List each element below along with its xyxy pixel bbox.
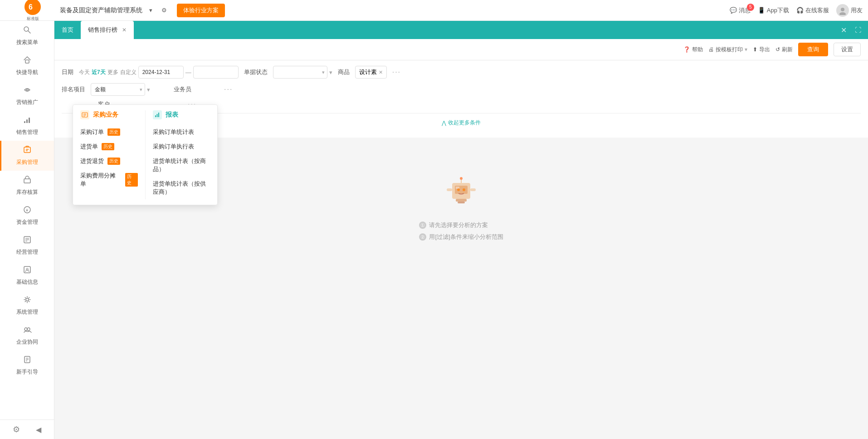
- sidebar-label-finance: 资金管理: [16, 218, 38, 226]
- dropdown-item-purchase-order[interactable]: 采购订单 历史: [80, 125, 138, 139]
- sidebar-item-finance[interactable]: ¥ 资金管理: [0, 201, 54, 231]
- sidebar-item-search[interactable]: 搜索菜单: [0, 21, 54, 51]
- dropdown-item-purchase-receipt[interactable]: 进货单 历史: [80, 139, 138, 154]
- system-icon: [23, 295, 32, 306]
- sidebar: 搜索菜单 快捷导航 营销推广 销售管理 采购管理: [0, 21, 54, 439]
- app-download-btn[interactable]: 📱 App下载: [758, 6, 789, 15]
- messages-btn[interactable]: 💬 消息 5: [730, 6, 751, 15]
- sidebar-item-basic-info[interactable]: 基础信息: [0, 261, 54, 291]
- message-badge: 5: [747, 4, 754, 11]
- svg-point-1: [841, 8, 844, 11]
- tab-home-label: 首页: [62, 26, 73, 34]
- header-settings-icon[interactable]: ⚙: [159, 5, 170, 16]
- logo-subtext: 标准版: [27, 16, 39, 22]
- sidebar-label-inventory: 库存核算: [16, 188, 38, 196]
- dropdown-col-purchase: 采购业务 采购订单 历史 进货单 历史 进货退货 历史 采购费用分摊单 历史: [73, 110, 145, 199]
- sidebar-label-quick-nav: 快捷导航: [16, 69, 38, 76]
- dropdown-item-receipt-by-supplier[interactable]: 进货单统计表（按供应商）: [153, 177, 210, 199]
- print-dropdown-icon[interactable]: ▾: [745, 46, 747, 53]
- query-button[interactable]: 查询: [798, 43, 828, 56]
- empty-tip-1: ① 请先选择要分析的方案: [419, 219, 503, 231]
- svg-rect-36: [456, 199, 467, 202]
- rank-select[interactable]: 金额: [91, 83, 145, 96]
- svg-rect-37: [458, 202, 465, 203]
- sidebar-item-purchase[interactable]: 采购管理: [0, 141, 54, 171]
- history-badge-1: 历史: [102, 143, 114, 150]
- phone-icon: 📱: [758, 7, 765, 14]
- dropdown-item-po-stat[interactable]: 采购订单统计表: [153, 125, 210, 139]
- sidebar-collapse-icon[interactable]: ◀: [36, 425, 41, 434]
- sidebar-item-marketing[interactable]: 营销推广: [0, 81, 54, 111]
- salesperson-filter-more[interactable]: ···: [224, 85, 233, 94]
- svg-point-33: [460, 177, 463, 180]
- settings-button[interactable]: 设置: [834, 43, 861, 56]
- inventory-icon: [23, 175, 32, 187]
- goods-tag-close-icon[interactable]: ✕: [379, 69, 383, 75]
- purchase-dropdown-menu: 采购业务 采购订单 历史 进货单 历史 进货退货 历史 采购费用分摊单 历史: [73, 104, 218, 205]
- dropdown-item-purchase-expense[interactable]: 采购费用分摊单 历史: [80, 168, 138, 191]
- voucher-status-dropdown-icon: ▾: [329, 69, 332, 76]
- sidebar-item-operations[interactable]: 经营管理: [0, 231, 54, 261]
- tab-home[interactable]: 首页: [54, 21, 81, 39]
- goods-tag-filter[interactable]: 设计素 ✕: [355, 66, 387, 79]
- headset-icon: 🎧: [796, 7, 804, 14]
- title-dropdown-icon[interactable]: ▾: [146, 6, 155, 15]
- tab-expand-icon[interactable]: ⛶: [852, 24, 864, 36]
- svg-rect-35: [470, 188, 476, 191]
- date-to-input[interactable]: [193, 66, 239, 79]
- sidebar-label-search: 搜索菜单: [16, 39, 38, 46]
- sidebar-settings-icon[interactable]: ⚙: [13, 424, 20, 434]
- date-separator: —: [185, 69, 191, 76]
- print-btn[interactable]: 🖨 按模板打印 ▾: [708, 46, 747, 54]
- dropdown-item-receipt-by-goods[interactable]: 进货单统计表（按商品）: [153, 154, 210, 177]
- help-icon: ❓: [683, 46, 690, 53]
- rank-dropdown-icon: ▾: [147, 86, 150, 93]
- sidebar-item-system[interactable]: 系统管理: [0, 291, 54, 321]
- refresh-btn[interactable]: ↺ 刷新: [775, 46, 793, 54]
- home-icon: [23, 55, 32, 67]
- empty-tip-2: ② 用[过滤]条件来缩小分析范围: [419, 231, 503, 243]
- enterprise-icon: [23, 325, 32, 336]
- refresh-icon: ↺: [775, 46, 780, 53]
- date-today[interactable]: 今天: [79, 69, 90, 76]
- help-btn[interactable]: ❓ 帮助: [683, 46, 703, 54]
- collapse-conditions-btn[interactable]: ⋀ 收起更多条件: [442, 116, 481, 129]
- svg-point-23: [24, 328, 27, 330]
- svg-rect-5: [25, 60, 29, 63]
- online-service-btn[interactable]: 🎧 在线客服: [796, 6, 829, 15]
- content-area: 首页 销售排行榜 ✕ ✕ ⛶ ❓ 帮助 🖨 按模板: [54, 21, 868, 439]
- sidebar-item-quick-nav[interactable]: 快捷导航: [0, 51, 54, 81]
- header-right: 💬 消息 5 📱 App下载 🎧 在线客服 用友: [730, 4, 863, 17]
- date-custom[interactable]: 自定义: [120, 69, 137, 76]
- logo-icon: 6: [24, 0, 41, 15]
- header-title-area: 装备及固定资产辅助管理系统 ▾ ⚙ 体验行业方案: [60, 4, 730, 17]
- sidebar-item-enterprise[interactable]: 企业协同: [0, 321, 54, 350]
- dropdown-item-po-exec[interactable]: 采购订单执行表: [153, 139, 210, 154]
- print-icon: 🖨: [708, 46, 714, 53]
- date-from-input[interactable]: [138, 66, 184, 79]
- export-btn[interactable]: ⬆ 导出: [753, 46, 770, 54]
- tab-close-icon[interactable]: ✕: [122, 27, 127, 33]
- history-badge-3: 历史: [125, 173, 138, 187]
- industry-btn[interactable]: 体验行业方案: [177, 4, 225, 17]
- logo-area: 6 标准版: [5, 0, 60, 22]
- user-btn[interactable]: 用友: [836, 4, 863, 17]
- svg-point-24: [27, 328, 30, 330]
- dropdown-item-purchase-return[interactable]: 进货退货 历史: [80, 154, 138, 168]
- tab-close-all-icon[interactable]: ✕: [837, 24, 850, 36]
- purchase-col-icon: [80, 110, 89, 119]
- date-more[interactable]: 更多: [107, 69, 118, 76]
- tab-sales-rank[interactable]: 销售排行榜 ✕: [81, 21, 134, 39]
- sidebar-label-sales: 销售管理: [16, 128, 38, 136]
- message-icon: 💬: [730, 7, 737, 14]
- goods-filter-more[interactable]: ···: [392, 68, 401, 76]
- sidebar-item-guide[interactable]: 新手引导: [0, 350, 54, 380]
- date-7days[interactable]: 近7天: [92, 69, 106, 76]
- svg-line-4: [28, 31, 30, 33]
- history-badge-0: 历史: [107, 128, 120, 136]
- history-badge-2: 历史: [107, 158, 120, 165]
- sidebar-item-sales[interactable]: 销售管理: [0, 111, 54, 141]
- sidebar-item-inventory[interactable]: 库存核算: [0, 171, 54, 201]
- empty-tips: ① 请先选择要分析的方案 ② 用[过滤]条件来缩小分析范围: [419, 219, 503, 243]
- voucher-status-select[interactable]: [273, 66, 327, 79]
